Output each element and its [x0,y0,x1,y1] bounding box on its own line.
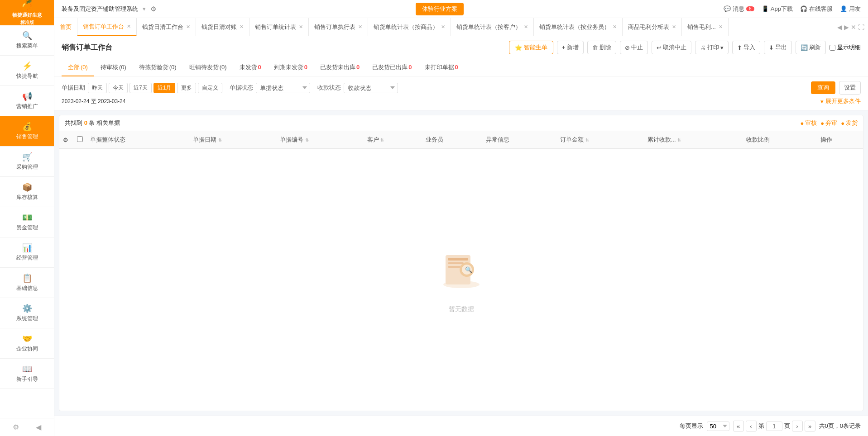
sidebar-item-marketing[interactable]: 📢 营销推广 [0,86,54,116]
subtab-all[interactable]: 全部 (0) [62,59,94,76]
page-last-btn[interactable]: » [805,421,815,431]
sidebar-item-inventory[interactable]: 📦 库存核算 [0,177,54,207]
date-btn-custom[interactable]: 自定义 [198,83,222,93]
status-select[interactable]: 单据状态 [256,83,310,93]
tab-sales-exec-close[interactable]: ✕ [358,24,362,30]
payment-select[interactable]: 收款状态 [344,83,398,93]
sidebar-item-operations[interactable]: 📊 经营管理 [0,237,54,268]
tab-product-margin-close[interactable]: ✕ [672,24,676,30]
tab-sales-workbench-close[interactable]: ✕ [127,24,131,29]
tab-home-label: 首页 [60,23,72,31]
stop-btn[interactable]: ⊘ 中止 [620,41,648,54]
user-menu[interactable]: 👤 用友 [840,5,861,13]
subtab-pending-review[interactable]: 待审核 (0) [94,59,133,76]
tab-home[interactable]: 首页 [54,18,77,36]
show-detail-checkbox[interactable] [830,45,835,51]
th-number[interactable]: 单据编号 ⇅ [276,131,363,149]
tab-returns-staff-close[interactable]: ✕ [613,24,617,30]
subtab-not-shipped-count: 0 [258,64,261,71]
page-input[interactable] [766,422,782,431]
subtab-not-printed[interactable]: 未打印单据 0 [418,59,465,76]
tab-cash-daily[interactable]: 钱货日清工作台 ✕ [137,18,196,36]
action-ship-link[interactable]: ● 发货 [841,119,858,127]
expand-more-btn[interactable]: ▾ 展开更多条件 [820,97,861,105]
th-amount[interactable]: 订单金额 ⇅ [556,131,643,149]
tab-returns-customer-close[interactable]: ✕ [524,24,528,30]
subtab-overdue-not-shipped[interactable]: 到期未发货 0 [268,59,314,76]
subtab-wangpu[interactable]: 旺铺待发货 (0) [183,59,233,76]
sidebar-item-basic[interactable]: 📋 基础信息 [0,268,54,298]
tab-product-margin[interactable]: 商品毛利分析表 ✕ [623,18,682,36]
system-title: 装备及固定资产辅助管理系统 [62,5,138,13]
subtab-shipped-out[interactable]: 已发货已出库 0 [366,59,418,76]
th-customer[interactable]: 客户 ⇅ [364,131,422,149]
tab-returns-product[interactable]: 销货单统计表（按商品） ✕ [368,18,451,36]
collapse-icon[interactable]: ◀ [36,423,41,431]
tab-sales-more[interactable]: 销售毛利... ✕ [682,18,729,36]
sidebar-item-purchase[interactable]: 🛒 采购管理 [0,147,54,177]
tab-next-icon[interactable]: ▶ [844,24,849,31]
th-collected[interactable]: 累计收款... ⇅ [644,131,743,149]
action-review-label: 审核 [805,119,817,127]
tab-sales-exec[interactable]: 销售订单执行表 ✕ [309,18,368,36]
app-download-btn[interactable]: 📱 App下载 [762,5,793,13]
page-next-btn[interactable]: › [792,421,803,431]
sidebar-item-quicknav[interactable]: ⚡ 快捷导航 [0,56,54,86]
tab-sales-stats[interactable]: 销售订单统计表 ✕ [249,18,309,36]
sidebar-item-search[interactable]: 🔍 搜索菜单 [0,25,54,56]
date-btn-yesterday[interactable]: 昨天 [88,83,107,93]
tab-cash-reconcile[interactable]: 钱货日清对账 ✕ [196,18,249,36]
query-btn[interactable]: 查询 [811,81,835,94]
action-withdraw-link[interactable]: ● 弃审 [820,119,837,127]
tab-sales-stats-close[interactable]: ✕ [299,24,303,30]
subtab-pending-inspect[interactable]: 待拣货验货 (0) [133,59,183,76]
smart-btn[interactable]: ⭐ 智能生单 [509,41,553,54]
tab-returns-product-close[interactable]: ✕ [441,24,445,30]
tab-expand-icon[interactable]: ⛶ [858,24,864,31]
export-btn[interactable]: ⬇ 导出 [764,41,792,54]
refresh-btn[interactable]: 🔄 刷新 [796,41,826,54]
date-btn-7days[interactable]: 近7天 [129,83,152,93]
import-btn[interactable]: ⬆ 导入 [732,41,760,54]
date-btn-today[interactable]: 今天 [109,83,128,93]
print-btn[interactable]: 🖨 打印 ▾ [695,41,729,54]
review-dot: ● [800,120,804,127]
page-prev-btn[interactable]: ‹ [746,421,757,431]
sidebar-item-sales[interactable]: 💰 销售管理 [0,116,54,147]
tab-returns-customer[interactable]: 销货单统计表（按客户） ✕ [451,18,534,36]
sidebar-item-coop[interactable]: 🤝 企业协同 [0,328,54,359]
settings-icon[interactable]: ⚙ [13,423,19,431]
page-size-select[interactable]: 20 50 100 [707,422,729,431]
sidebar-item-guide[interactable]: 📖 新手引导 [0,359,54,389]
select-all-checkbox[interactable] [77,136,83,142]
show-detail-label[interactable]: 显示明细 [830,43,861,52]
subtab-not-shipped[interactable]: 未发货 0 [233,59,268,76]
tab-cash-daily-close[interactable]: ✕ [186,24,190,30]
column-settings-icon[interactable]: ⚙ [63,137,68,143]
tab-returns-staff[interactable]: 销货单统计表（按业务员） ✕ [534,18,623,36]
date-btn-1month[interactable]: 近1月 [153,83,176,93]
topbar-settings-icon[interactable]: ⚙ [150,5,156,13]
action-review-link[interactable]: ● 审核 [800,119,817,127]
online-service-btn[interactable]: 🎧 在线客服 [800,5,833,13]
tab-sales-more-close[interactable]: ✕ [719,24,723,30]
subtab-shipped-not-out[interactable]: 已发货未出库 0 [314,59,366,76]
th-date[interactable]: 单据日期 ⇅ [189,131,276,149]
new-btn[interactable]: + 新增 [557,41,584,54]
delete-btn[interactable]: 🗑 删除 [587,41,616,54]
sidebar-item-system[interactable]: ⚙️ 系统管理 [0,298,54,328]
tab-prev-icon[interactable]: ◀ [837,24,842,31]
page-first-btn[interactable]: « [733,421,744,431]
experience-btn[interactable]: 体验行业方案 [416,3,464,15]
message-btn[interactable]: 💬 消息 6 [724,5,754,13]
settings-filter-btn[interactable]: 设置 [839,81,861,95]
tab-sales-workbench[interactable]: 销售订单工作台 ✕ [77,18,137,36]
sidebar-item-finance[interactable]: 💵 资金管理 [0,207,54,237]
print-label: 打印 [707,43,719,52]
th-abnormal: 异常信息 [482,131,556,149]
cancel-stop-btn[interactable]: ↩ 取消中止 [652,41,691,54]
topbar-dropdown-arrow[interactable]: ▾ [143,5,146,12]
tab-cash-reconcile-close[interactable]: ✕ [240,24,244,30]
date-btn-more[interactable]: 更多 [177,83,196,93]
tab-close-all-icon[interactable]: ✕ [851,24,856,31]
